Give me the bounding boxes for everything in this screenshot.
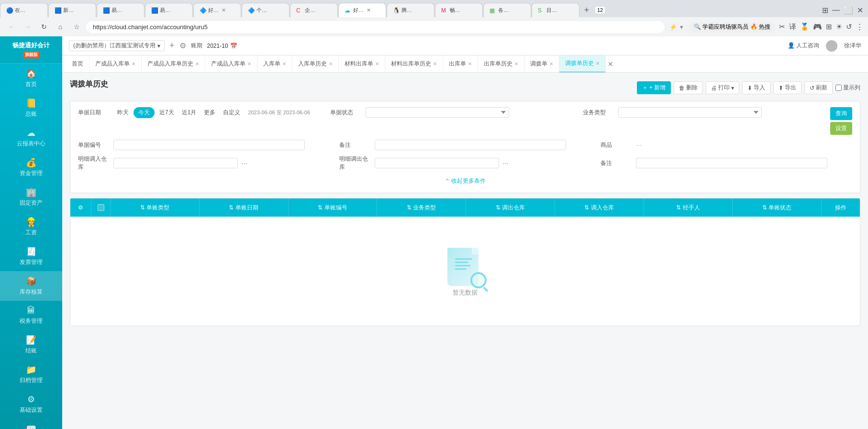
- settings-gear-icon[interactable]: ⚙: [179, 41, 186, 50]
- tab-in-history-close[interactable]: ✕: [329, 61, 333, 66]
- dropdown-icon[interactable]: ▾: [680, 23, 683, 31]
- browser-tab-8[interactable]: ☁ 好… ✕: [338, 3, 386, 17]
- address-input[interactable]: [86, 21, 665, 33]
- tab-finished-goods-in2[interactable]: 产成品入库单 ✕: [205, 55, 257, 73]
- tab-count[interactable]: 12: [595, 7, 605, 13]
- detail-in-dots[interactable]: ···: [242, 159, 247, 167]
- delete-button[interactable]: 🗑 删除: [674, 81, 703, 94]
- tab-out-order[interactable]: 出库单 ✕: [443, 55, 478, 73]
- browser-tab-1[interactable]: 🔵 在…: [0, 3, 48, 17]
- tab-home[interactable]: 首页: [66, 55, 89, 73]
- tab-finished-goods-in-history-close[interactable]: ✕: [195, 61, 199, 66]
- browser-tab-5[interactable]: 🔷 好… ✕: [193, 3, 241, 17]
- select-all-checkbox[interactable]: [98, 204, 104, 211]
- sidebar-item-ledger[interactable]: 📒 总账: [0, 93, 62, 123]
- th-biz-type[interactable]: ⇅ 业务类型: [377, 198, 466, 217]
- tab-transfer-history-close[interactable]: ✕: [596, 61, 600, 66]
- export-button[interactable]: ⬆ 导出: [773, 81, 801, 94]
- sidebar-item-tax[interactable]: 🏛 税务管理: [0, 301, 62, 330]
- th-in-warehouse[interactable]: ⇅ 调入仓库: [555, 198, 644, 217]
- th-handler[interactable]: ⇅ 经手人: [644, 198, 733, 217]
- tab-material-out-close[interactable]: ✕: [375, 61, 379, 66]
- user-avatar[interactable]: [826, 40, 837, 52]
- refresh-browser-button[interactable]: ↻: [37, 20, 51, 33]
- today-btn[interactable]: 今天: [134, 107, 155, 118]
- tab-transfer-close[interactable]: ✕: [549, 61, 553, 66]
- tab-finished-goods-in[interactable]: 产成品入库单 ✕: [89, 55, 142, 73]
- period-selector[interactable]: 2021-10 📅: [207, 43, 237, 49]
- remark-input[interactable]: [375, 140, 566, 150]
- th-out-warehouse[interactable]: ⇅ 调出仓库: [466, 198, 555, 217]
- sidebar-item-home[interactable]: 🏠 首页: [0, 64, 62, 93]
- tab-out-order-close[interactable]: ✕: [468, 61, 472, 66]
- tab-out-history[interactable]: 出库单历史 ✕: [478, 55, 524, 73]
- close-all-tabs-button[interactable]: ✕: [608, 60, 613, 68]
- doc-no-input[interactable]: [113, 140, 305, 150]
- star-button[interactable]: ☆: [70, 20, 83, 33]
- sidebar-item-settings[interactable]: ⚙ 基础设置: [0, 389, 62, 419]
- tab-finished-goods-in2-close[interactable]: ✕: [247, 61, 251, 66]
- tab-material-out-history-close[interactable]: ✕: [433, 61, 437, 66]
- company-selector[interactable]: (勿删勿禁用）江西服宝测试专用 ▾: [69, 40, 165, 51]
- sidebar-item-cloud-report[interactable]: ☁ 云报表中心: [0, 123, 62, 153]
- browser-tab-7[interactable]: C 企…: [290, 3, 338, 17]
- query-button[interactable]: 查询: [830, 107, 852, 120]
- tab-ctrl-icon-1[interactable]: ⊞: [822, 6, 828, 15]
- show-cols-checkbox[interactable]: [835, 85, 842, 91]
- th-doc-date[interactable]: ⇅ 单账日期: [200, 198, 289, 217]
- goods-dots[interactable]: ···: [636, 141, 642, 149]
- menu-icon[interactable]: ⋮: [856, 22, 863, 31]
- browser-tab-9[interactable]: 🐧 腾…: [387, 3, 434, 17]
- tab-finished-goods-in-close[interactable]: ✕: [132, 61, 135, 66]
- new-button[interactable]: ＋ + 新增: [637, 81, 671, 94]
- print-button[interactable]: 🖨 打印 ▾: [706, 81, 739, 94]
- detail-in-input[interactable]: [113, 158, 238, 168]
- sidebar-item-payroll[interactable]: 👷 工资: [0, 212, 62, 242]
- tab-transfer[interactable]: 调拨单 ✕: [524, 55, 559, 73]
- browser-tab-11[interactable]: ▦ 各…: [483, 3, 531, 17]
- sidebar-item-guide[interactable]: 📖 新手引导: [0, 419, 62, 429]
- browser-tab-6[interactable]: 🔷 个…: [242, 3, 289, 17]
- forward-button[interactable]: →: [21, 20, 34, 33]
- refresh-button[interactable]: ↺ 刷新: [804, 81, 833, 94]
- import-button[interactable]: ⬇ 导入: [742, 81, 770, 94]
- last-month-btn[interactable]: 近1月: [179, 107, 200, 118]
- sidebar-item-close-accounts[interactable]: 📝 结账: [0, 330, 62, 360]
- sidebar-item-inventory[interactable]: 📦 库存核算: [0, 271, 62, 301]
- yesterday-btn[interactable]: 昨天: [114, 107, 132, 118]
- th-doc-status[interactable]: ⇅ 单账状态: [733, 198, 822, 217]
- user-name[interactable]: 徐泽华: [844, 42, 861, 50]
- show-cols-toggle[interactable]: 显示列: [835, 84, 860, 92]
- browser-tab-4[interactable]: 🟦 易…: [145, 3, 193, 17]
- more-date-btn[interactable]: 更多: [201, 107, 218, 118]
- tab-transfer-history[interactable]: 调拨单历史 ✕: [559, 55, 606, 73]
- th-doc-type[interactable]: ⇅ 单账类型: [111, 198, 200, 217]
- tab-material-out[interactable]: 材料出库单 ✕: [339, 55, 385, 73]
- last7-btn[interactable]: 近7天: [156, 107, 177, 118]
- tab-out-history-close[interactable]: ✕: [514, 61, 518, 66]
- status-filter-select[interactable]: [366, 107, 509, 118]
- sidebar-item-fixed-assets[interactable]: 🏢 固定资产: [0, 182, 62, 212]
- sidebar-item-invoice[interactable]: 🧾 发票管理: [0, 242, 62, 271]
- help-button[interactable]: 👤 人工咨询: [788, 42, 819, 50]
- browser-tab-3[interactable]: 🟦 易…: [97, 3, 145, 17]
- detail-remark-input[interactable]: [636, 158, 827, 168]
- maximize-icon[interactable]: ⬜: [844, 6, 853, 15]
- tab-in-history[interactable]: 入库单历史 ✕: [292, 55, 339, 73]
- tab-in-order-close[interactable]: ✕: [282, 61, 286, 66]
- back-button[interactable]: ←: [5, 20, 18, 33]
- detail-out-input[interactable]: [375, 158, 499, 168]
- th-check[interactable]: [91, 198, 111, 217]
- browser-tab-10[interactable]: M 畅…: [435, 3, 483, 17]
- home-button[interactable]: ⌂: [54, 20, 67, 33]
- new-tab-button[interactable]: +: [580, 3, 593, 17]
- tab-in-order[interactable]: 入库单 ✕: [257, 55, 292, 73]
- minimize-icon[interactable]: —: [832, 6, 840, 14]
- close-window-icon[interactable]: ✕: [857, 6, 863, 15]
- th-settings[interactable]: ⚙: [70, 198, 91, 217]
- browser-tab-close-5[interactable]: ✕: [222, 7, 226, 13]
- biz-type-filter-select[interactable]: [618, 107, 762, 118]
- th-doc-no[interactable]: ⇅ 单账编号: [289, 198, 378, 217]
- search-bar[interactable]: 🔍 学霸应聘场驱鸟员 🔥 热搜: [689, 22, 775, 33]
- sidebar-item-archive[interactable]: 📁 归档管理: [0, 360, 62, 389]
